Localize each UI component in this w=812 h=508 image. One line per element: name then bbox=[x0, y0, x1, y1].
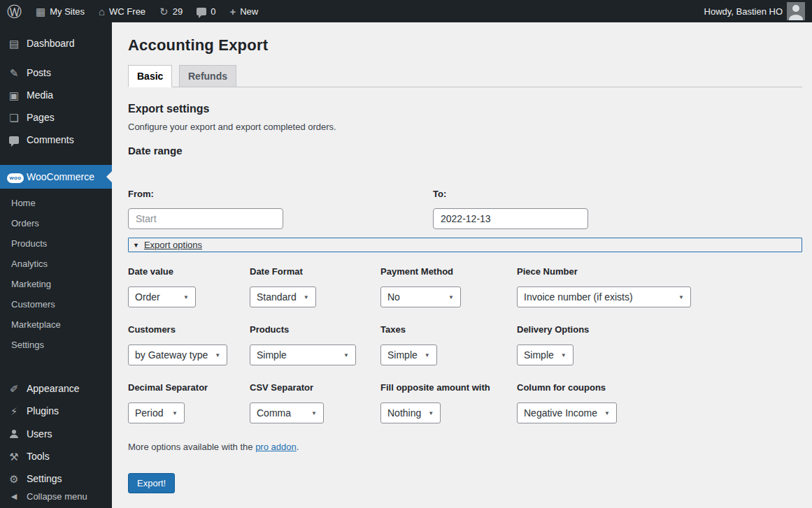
chevron-down-icon: ▼ bbox=[343, 352, 349, 358]
from-field: From: bbox=[128, 189, 433, 229]
sidebar-item-woocommerce[interactable]: woo WooCommerce bbox=[0, 165, 112, 189]
account-menu[interactable]: Howdy, Bastien HO bbox=[697, 0, 812, 22]
plugins-icon: ⚡ bbox=[7, 406, 21, 416]
chevron-down-icon: ▼ bbox=[678, 294, 684, 300]
field-decimal-separator: Decimal Separator Period ▼ bbox=[128, 382, 250, 423]
tab-bar: Basic Refunds bbox=[128, 64, 802, 87]
pages-icon: ❏ bbox=[7, 113, 21, 123]
select-value: Invoice number (if exists) bbox=[524, 291, 633, 303]
admin-bar-left: Ⓦ ▦ My Sites ⌂ WC Free ↻ 29 0 + New bbox=[0, 0, 265, 22]
tab-refunds[interactable]: Refunds bbox=[179, 65, 236, 87]
chevron-down-icon: ▼ bbox=[172, 410, 178, 416]
export-options-label: Export options bbox=[144, 240, 202, 250]
payment-method-select[interactable]: No ▼ bbox=[380, 286, 461, 307]
site-name-menu[interactable]: ⌂ WC Free bbox=[92, 0, 152, 22]
export-options-grid: Date value Order ▼ Date Format Standard … bbox=[128, 266, 802, 423]
products-select[interactable]: Simple ▼ bbox=[250, 344, 356, 365]
select-value: Simple bbox=[257, 349, 287, 361]
taxes-select[interactable]: Simple ▼ bbox=[380, 344, 437, 365]
submenu-item-marketplace[interactable]: Marketplace bbox=[0, 314, 112, 335]
my-sites-menu[interactable]: ▦ My Sites bbox=[29, 0, 92, 22]
select-value: Comma bbox=[257, 407, 291, 419]
sidebar-item-label: WooCommerce bbox=[27, 171, 94, 182]
my-sites-label: My Sites bbox=[50, 6, 85, 17]
sidebar-item-media[interactable]: ▣ Media bbox=[0, 84, 112, 106]
submenu-item-orders[interactable]: Orders bbox=[0, 213, 112, 233]
sidebar-item-comments[interactable]: Comments bbox=[0, 129, 112, 151]
admin-sidebar: ▤ Dashboard ✎ Posts ▣ Media ❏ Pages Comm… bbox=[0, 22, 112, 508]
admin-bar: Ⓦ ▦ My Sites ⌂ WC Free ↻ 29 0 + New Howd… bbox=[0, 0, 812, 22]
update-icon: ↻ bbox=[159, 6, 169, 17]
sidebar-item-label: Settings bbox=[27, 473, 62, 484]
sidebar-item-plugins[interactable]: ⚡ Plugins bbox=[0, 400, 112, 422]
field-label: Fill opposite amount with bbox=[380, 382, 517, 393]
fill-opposite-amount-select[interactable]: Nothing ▼ bbox=[380, 402, 441, 423]
select-value: No bbox=[387, 291, 400, 303]
main-content: Accounting Export Basic Refunds Export s… bbox=[112, 22, 812, 508]
sidebar-item-appearance[interactable]: ✐ Appearance bbox=[0, 377, 112, 400]
sidebar-item-posts[interactable]: ✎ Posts bbox=[0, 61, 112, 84]
site-name-label: WC Free bbox=[109, 6, 145, 17]
from-label: From: bbox=[128, 189, 433, 199]
csv-separator-select[interactable]: Comma ▼ bbox=[250, 402, 324, 423]
plus-icon: + bbox=[229, 6, 236, 17]
field-taxes: Taxes Simple ▼ bbox=[380, 324, 517, 365]
howdy-label: Howdy, Bastien HO bbox=[704, 6, 783, 17]
export-button[interactable]: Export! bbox=[128, 473, 175, 493]
piece-number-select[interactable]: Invoice number (if exists) ▼ bbox=[517, 286, 691, 307]
chevron-down-icon: ▼ bbox=[604, 410, 610, 416]
avatar-body bbox=[789, 15, 803, 20]
comments-icon bbox=[197, 8, 206, 15]
dashboard-icon: ▤ bbox=[7, 38, 21, 49]
field-label: Date Format bbox=[250, 266, 380, 277]
delivery-options-select[interactable]: Simple ▼ bbox=[517, 344, 574, 365]
new-content-menu[interactable]: + New bbox=[222, 0, 265, 22]
sidebar-item-dashboard[interactable]: ▤ Dashboard bbox=[0, 32, 112, 55]
collapse-menu-button[interactable]: ◀ Collapse menu bbox=[0, 485, 112, 508]
field-label: Column for coupons bbox=[517, 382, 802, 393]
to-label: To: bbox=[433, 189, 738, 199]
more-options-period: . bbox=[297, 442, 299, 452]
field-label: Decimal Separator bbox=[128, 382, 250, 393]
date-format-select[interactable]: Standard ▼ bbox=[250, 286, 316, 307]
select-value: Negative Income bbox=[524, 407, 597, 419]
more-options-text: More options available with the bbox=[128, 442, 253, 452]
from-date-input[interactable] bbox=[128, 208, 283, 229]
decimal-separator-select[interactable]: Period ▼ bbox=[128, 402, 185, 423]
pro-addon-link[interactable]: pro addon bbox=[255, 442, 297, 452]
submenu-item-products[interactable]: Products bbox=[0, 233, 112, 254]
field-label: Products bbox=[250, 324, 380, 335]
select-value: Nothing bbox=[387, 407, 421, 419]
export-options-toggle[interactable]: ▼ Export options bbox=[128, 238, 802, 252]
export-settings-heading: Export settings bbox=[128, 103, 802, 115]
submenu-item-marketing[interactable]: Marketing bbox=[0, 274, 112, 294]
sidebar-item-tools[interactable]: ⚒ Tools bbox=[0, 445, 112, 467]
appearance-icon: ✐ bbox=[7, 384, 21, 394]
submenu-item-home[interactable]: Home bbox=[0, 193, 112, 213]
field-label: Customers bbox=[128, 324, 250, 335]
sidebar-item-label: Tools bbox=[27, 451, 50, 462]
column-for-coupons-select[interactable]: Negative Income ▼ bbox=[517, 402, 617, 423]
page-title: Accounting Export bbox=[128, 36, 802, 55]
field-payment-method: Payment Method No ▼ bbox=[380, 266, 517, 307]
export-settings-description: Configure your export and export complet… bbox=[128, 122, 802, 132]
comments-menu[interactable]: 0 bbox=[190, 0, 222, 22]
tab-basic[interactable]: Basic bbox=[128, 65, 172, 87]
submenu-item-analytics[interactable]: Analytics bbox=[0, 254, 112, 274]
to-date-input[interactable] bbox=[433, 208, 588, 229]
updates-menu[interactable]: ↻ 29 bbox=[152, 0, 190, 22]
avatar-head bbox=[792, 5, 799, 12]
wp-logo-menu[interactable]: Ⓦ bbox=[0, 0, 29, 22]
field-column-for-coupons: Column for coupons Negative Income ▼ bbox=[517, 382, 802, 423]
sidebar-item-pages[interactable]: ❏ Pages bbox=[0, 106, 112, 129]
collapse-arrow-icon: ◀ bbox=[7, 493, 21, 500]
tools-icon: ⚒ bbox=[7, 451, 21, 462]
sidebar-item-label: Users bbox=[27, 428, 52, 440]
date-value-select[interactable]: Order ▼ bbox=[128, 286, 196, 307]
settings-icon: ⚙ bbox=[7, 474, 21, 484]
submenu-item-customers[interactable]: Customers bbox=[0, 294, 112, 314]
submenu-item-settings[interactable]: Settings bbox=[0, 335, 112, 355]
sidebar-item-users[interactable]: Users bbox=[0, 422, 112, 445]
media-icon: ▣ bbox=[7, 90, 21, 101]
customers-select[interactable]: by Gateway type ▼ bbox=[128, 344, 227, 365]
